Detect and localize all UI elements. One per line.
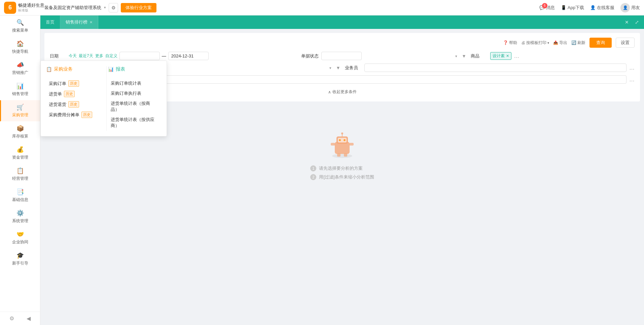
purchase-order-exec-item[interactable]: 采购订单执行表 xyxy=(108,88,162,98)
tab-close-btn[interactable]: ✕ xyxy=(622,18,631,27)
sidebar-label-cooperation: 企业协同 xyxy=(12,239,28,245)
online-service-item[interactable]: 👤 在线客服 xyxy=(590,5,614,11)
purchase-order-item[interactable]: 采购订单 历史 xyxy=(46,78,100,89)
tab-bar: 首页 销售排行榜 ✕ ✕ ⤢ xyxy=(40,15,644,29)
industry-btn[interactable]: 体验行业方案 xyxy=(121,3,156,12)
purchase-icon: 🛒 xyxy=(16,104,24,111)
query-button[interactable]: 查询 xyxy=(589,38,612,48)
sidebar-item-search[interactable]: 🔍 搜索菜单 xyxy=(0,15,40,37)
salesman-field: 业务员 … xyxy=(345,64,635,72)
purchase-col-title: 📋 采购业务 xyxy=(46,66,100,74)
tab-close-icon[interactable]: ✕ xyxy=(90,20,93,25)
help-btn[interactable]: ❓ 帮助 xyxy=(503,40,517,46)
app-download-label: App下载 xyxy=(568,5,584,11)
customer-more[interactable]: … xyxy=(629,77,635,83)
system-dropdown-arrow[interactable]: ▾ xyxy=(104,5,106,10)
reports-col-label: 报表 xyxy=(116,66,125,72)
goods-by-product-item[interactable]: 进货单统计表（按商品） xyxy=(108,98,162,115)
sidebar-label-marketing: 营销推广 xyxy=(12,70,28,76)
sidebar-item-system[interactable]: ⚙️ 系统管理 xyxy=(0,206,40,227)
purchase-cost-history: 历史 xyxy=(81,112,92,118)
sidebar-item-finance[interactable]: 💰 资金管理 xyxy=(0,143,40,164)
sidebar-label-purchase: 采购管理 xyxy=(12,112,28,118)
voucher-status-more[interactable]: ▾ xyxy=(463,53,465,59)
shortcut-more[interactable]: 更多 xyxy=(95,53,103,59)
sidebar-item-operations[interactable]: 📋 经营管理 xyxy=(0,164,40,185)
sidebar-item-inventory[interactable]: 📦 库存核算 xyxy=(0,121,40,143)
header-mid: 装备及固定资产辅助管理系统 ▾ ⚙ 体验行业方案 xyxy=(44,3,539,12)
salesman-input[interactable] xyxy=(364,64,627,72)
rank-more[interactable]: ▾ xyxy=(337,65,339,71)
goods-more[interactable]: … xyxy=(514,53,520,59)
export-btn[interactable]: 📤 导出 xyxy=(553,40,567,46)
gear-button[interactable]: ⚙ xyxy=(109,3,118,12)
goods-tag-text: 设计素 xyxy=(493,53,505,59)
purchase-cost-item[interactable]: 采购费用分摊单 历史 xyxy=(46,110,100,120)
col-divider xyxy=(106,66,107,131)
svg-rect-8 xyxy=(331,143,335,146)
brand-sub: 标准版 xyxy=(18,8,44,12)
system-title: 装备及固定资产辅助管理系统 xyxy=(44,5,101,11)
sidebar-item-guide[interactable]: 🎓 新手引导 xyxy=(0,248,40,270)
home-icon: 🏠 xyxy=(16,40,24,47)
sidebar-item-marketing[interactable]: 📣 营销推广 xyxy=(0,58,40,79)
sidebar-item-purchase[interactable]: 🛒 采购管理 xyxy=(0,100,40,121)
reports-col: 📊 报表 采购订单统计表 采购订单执行表 进货单统计表（按商品） 进货单统计表（… xyxy=(108,66,167,131)
refresh-btn[interactable]: 🔄 刷新 xyxy=(571,40,585,46)
empty-illustration xyxy=(325,132,359,159)
reports-col-icon: 📊 xyxy=(108,67,114,72)
user-item[interactable]: 👤 用友 xyxy=(620,3,640,12)
sidebar-label-sales: 销售管理 xyxy=(12,91,28,97)
sidebar-label-guide: 新手引导 xyxy=(12,260,28,266)
goods-return-item[interactable]: 进货退货 历史 xyxy=(46,99,100,110)
goods-receipt-item[interactable]: 进货单 历史 xyxy=(46,89,100,99)
shortcut-7days[interactable]: 最近7天 xyxy=(79,53,93,59)
sidebar-collapse-btn[interactable]: ◀ xyxy=(27,315,31,322)
app-download-item[interactable]: 📱 App下载 xyxy=(561,5,584,11)
salesman-label: 业务员 xyxy=(345,65,362,71)
top-header: 6 畅捷通好生意 标准版 装备及固定资产辅助管理系统 ▾ ⚙ 体验行业方案 💬 … xyxy=(0,0,644,15)
sidebar-label-inventory: 库存核算 xyxy=(12,133,28,139)
goods-by-product-label: 进货单统计表（按商品） xyxy=(111,100,159,113)
print-btn[interactable]: 🖨 按模板打印 ▾ xyxy=(521,40,549,46)
goods-field: 商品 设计素 ✕ … xyxy=(471,52,635,60)
sidebar-item-cooperation[interactable]: 🤝 企业协同 xyxy=(0,227,40,248)
voucher-status-select[interactable] xyxy=(321,52,362,60)
tab-home[interactable]: 首页 xyxy=(40,15,60,29)
purchase-col-label: 采购业务 xyxy=(54,66,73,72)
settings-button[interactable]: 设置 xyxy=(616,38,635,48)
sidebar-item-sales[interactable]: 📊 销售管理 xyxy=(0,79,40,100)
tab-sales-rank[interactable]: 销售排行榜 ✕ xyxy=(60,15,98,29)
purchase-order-stat-item[interactable]: 采购订单统计表 xyxy=(108,78,162,88)
tab-actions: ✕ ⤢ xyxy=(622,15,644,29)
empty-tip-2: 2 用[过滤]条件来缩小分析范围 xyxy=(310,174,374,180)
svg-rect-9 xyxy=(349,143,354,146)
collapse-up-icon: ∧ xyxy=(328,90,331,94)
goods-by-supplier-item[interactable]: 进货单统计表（按供应商） xyxy=(108,115,162,131)
purchase-order-label: 采购订单 xyxy=(49,81,66,87)
date-start-input[interactable] xyxy=(119,52,160,60)
voucher-status-select-wrapper xyxy=(321,52,460,60)
shortcut-custom[interactable]: 自定义 xyxy=(105,53,117,59)
purchase-col: 📋 采购业务 采购订单 历史 进货单 历史 进货退货 历史 采购费用分摊单 历史 xyxy=(46,66,105,131)
date-end-input[interactable] xyxy=(168,52,209,60)
sidebar-item-basic[interactable]: 📑 基础信息 xyxy=(0,185,40,206)
message-item[interactable]: 💬 6 消息 xyxy=(539,5,555,11)
filter-toolbar: ❓ 帮助 🖨 按模板打印 ▾ 📤 导出 🔄 刷新 xyxy=(50,38,635,48)
empty-tip-1: 1 请先选择要分析的方案 xyxy=(310,165,374,171)
salesman-more[interactable]: … xyxy=(629,65,635,71)
svg-point-5 xyxy=(344,139,346,141)
tab-maximize-btn[interactable]: ⤢ xyxy=(633,18,641,27)
sidebar-settings-btn[interactable]: ⚙ xyxy=(9,315,14,322)
marketing-icon: 📣 xyxy=(16,61,24,69)
sales-icon: 📊 xyxy=(16,82,24,90)
shortcut-today[interactable]: 今天 xyxy=(69,53,77,59)
system-icon: ⚙️ xyxy=(16,209,24,217)
sidebar-item-quick[interactable]: 🏠 快捷导航 xyxy=(0,37,40,58)
service-label: 在线客服 xyxy=(597,5,614,11)
goods-tag-close[interactable]: ✕ xyxy=(506,54,509,58)
purchase-order-history: 历史 xyxy=(68,80,79,87)
purchase-dropdown-menu: 📋 采购业务 采购订单 历史 进货单 历史 进货退货 历史 采购费用分摊单 历史… xyxy=(40,60,167,136)
print-dropdown-icon: ▾ xyxy=(547,41,549,45)
step-2-circle: 2 xyxy=(310,174,316,180)
